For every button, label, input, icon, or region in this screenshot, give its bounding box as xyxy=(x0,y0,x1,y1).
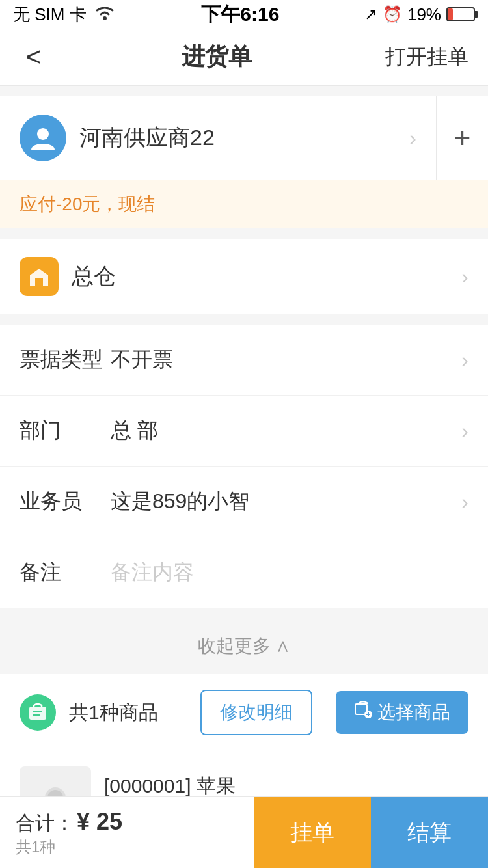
total-label: 合计： xyxy=(16,810,74,837)
supplier-avatar xyxy=(20,115,66,161)
status-left: 无 SIM 卡 xyxy=(13,3,116,26)
product-name: [0000001] 苹果 xyxy=(104,773,430,800)
select-product-icon xyxy=(354,701,372,724)
nav-bar: < 进货单 打开挂单 xyxy=(0,29,488,86)
select-product-button[interactable]: 选择商品 xyxy=(336,691,468,734)
invoice-type-label: 票据类型 xyxy=(20,346,111,374)
total-amount: ¥ 25 xyxy=(77,808,122,835)
status-right: ↗ ⏰ 19% xyxy=(364,5,475,25)
alarm-icon: ⏰ xyxy=(383,5,402,23)
add-supplier-button[interactable]: + xyxy=(436,96,488,180)
remark-label: 备注 xyxy=(20,558,111,587)
svg-point-1 xyxy=(37,128,49,140)
battery-percent: 19% xyxy=(407,5,441,25)
bottom-bar: 合计： ¥ 25 共1种 挂单 结算 xyxy=(0,796,488,868)
supplier-section: 河南供应商22 › + xyxy=(0,96,488,180)
form-row-invoice-type[interactable]: 票据类型 不开票 › xyxy=(0,325,488,396)
wifi-icon xyxy=(93,4,116,25)
hang-button[interactable]: 挂单 xyxy=(254,797,371,868)
alert-banner: 应付-20元，现结 xyxy=(0,180,488,228)
select-product-label: 选择商品 xyxy=(377,700,450,725)
collapse-bar[interactable]: 收起更多 ∧ xyxy=(0,618,488,674)
warehouse-icon xyxy=(20,257,59,296)
remark-placeholder: 备注内容 xyxy=(111,558,468,587)
back-button[interactable]: < xyxy=(20,36,47,78)
form-section: 票据类型 不开票 › 部门 总 部 › 业务员 这是859的小智 › 备注 备注… xyxy=(0,325,488,608)
supplier-row[interactable]: 河南供应商22 › xyxy=(0,96,436,180)
department-chevron-icon: › xyxy=(461,419,468,443)
department-label: 部门 xyxy=(20,416,111,445)
svg-rect-2 xyxy=(35,278,43,286)
sim-text: 无 SIM 卡 xyxy=(13,3,87,26)
product-title: 苹果 xyxy=(197,775,236,796)
invoice-type-value: 不开票 xyxy=(111,346,461,374)
supplier-name: 河南供应商22 xyxy=(79,123,396,153)
collapse-label: 收起更多 ∧ xyxy=(198,634,291,658)
checkout-button[interactable]: 结算 xyxy=(371,797,488,868)
form-row-salesperson[interactable]: 业务员 这是859的小智 › xyxy=(0,467,488,537)
invoice-type-chevron-icon: › xyxy=(461,348,468,372)
form-row-department[interactable]: 部门 总 部 › xyxy=(0,396,488,467)
products-count: 共1种商品 xyxy=(69,699,187,726)
total-section: 合计： ¥ 25 共1种 xyxy=(0,797,254,868)
products-header: 共1种商品 修改明细 选择商品 xyxy=(0,674,488,751)
warehouse-name: 总仓 xyxy=(72,262,448,292)
separator-top xyxy=(0,86,488,96)
status-time: 下午6:16 xyxy=(201,1,279,28)
svg-point-0 xyxy=(103,16,107,20)
location-icon: ↗ xyxy=(364,5,377,23)
products-icon xyxy=(20,694,56,731)
salesperson-value: 这是859的小智 xyxy=(111,487,461,516)
department-value: 总 部 xyxy=(111,416,461,445)
edit-details-button[interactable]: 修改明细 xyxy=(200,690,312,735)
salesperson-chevron-icon: › xyxy=(461,490,468,514)
open-hang-button[interactable]: 打开挂单 xyxy=(385,43,468,72)
product-code: [0000001] xyxy=(104,775,191,796)
content: 河南供应商22 › + 应付-20元，现结 总仓 › 票据类型 不开票 › 部门… xyxy=(0,86,488,868)
status-bar: 无 SIM 卡 下午6:16 ↗ ⏰ 19% xyxy=(0,0,488,29)
svg-rect-3 xyxy=(29,707,46,720)
form-row-remark[interactable]: 备注 备注内容 xyxy=(0,537,488,608)
battery-icon xyxy=(446,7,475,21)
supplier-chevron-icon: › xyxy=(409,126,416,150)
total-count: 共1种 xyxy=(16,837,238,858)
warehouse-section[interactable]: 总仓 › xyxy=(0,239,488,314)
warehouse-chevron-icon: › xyxy=(461,265,468,289)
salesperson-label: 业务员 xyxy=(20,487,111,516)
page-title: 进货单 xyxy=(182,41,252,73)
